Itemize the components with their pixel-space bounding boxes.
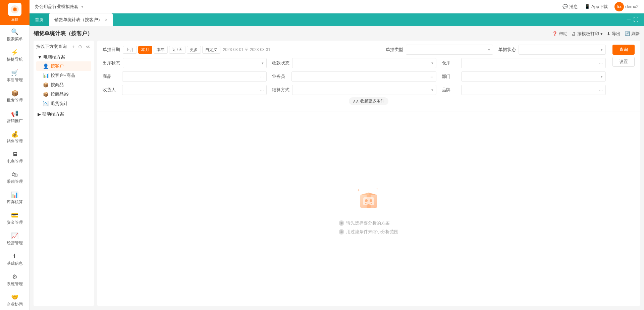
sidebar-item-sales[interactable]: 💰 销售管理 xyxy=(0,127,29,148)
sidebar-item-enterprise[interactable]: 🤝 企业协同 xyxy=(0,290,29,310)
salesperson-control[interactable]: ··· xyxy=(291,71,436,82)
empty-hint-2: ② 用过滤条件来缩小分析范围 xyxy=(339,229,398,235)
date-btn-this-year[interactable]: 本年 xyxy=(154,46,168,54)
marketing-icon: 📢 xyxy=(11,110,18,117)
ship-status-arrow-icon: ▾ xyxy=(262,61,264,65)
sidebar-item-operations[interactable]: 📈 经营管理 xyxy=(0,229,29,249)
query-button[interactable]: 查询 xyxy=(612,45,635,55)
sidebar-item-label: 电商管理 xyxy=(7,159,23,164)
sidebar-item-purchase[interactable]: 🛍 采购管理 xyxy=(0,168,29,188)
settlement-control[interactable]: ▾ xyxy=(292,85,436,95)
sidebar-item-finance[interactable]: 💳 资金管理 xyxy=(0,208,29,229)
date-btn-7days[interactable]: 近7天 xyxy=(169,46,185,54)
scheme-item-goods99[interactable]: 📦 按商品99 xyxy=(36,90,91,99)
date-btn-last-month[interactable]: 上月 xyxy=(123,46,137,54)
header-right: 💬 消息 📱 App下载 Ea demo2 xyxy=(562,2,639,11)
user-profile-btn[interactable]: Ea demo2 xyxy=(614,2,639,11)
sidebar-item-wholesale[interactable]: 📦 批发管理 xyxy=(0,86,29,107)
sidebar-item-basic[interactable]: ℹ 基础信息 xyxy=(0,249,29,270)
warehouse-label: 仓库 xyxy=(442,60,459,66)
avatar: Ea xyxy=(614,2,624,11)
filter-item-warehouse: 仓库 ··· xyxy=(442,58,606,68)
tab-close-btn[interactable]: × xyxy=(105,17,107,22)
collapse-btn[interactable]: ∧∧ 收起更多条件 xyxy=(349,97,388,105)
ship-status-control[interactable]: ▾ xyxy=(123,58,267,68)
tab-maximize-btn[interactable]: ⛶ xyxy=(632,15,640,24)
export-label: 导出 xyxy=(612,31,621,37)
sidebar-item-search[interactable]: 🔍 搜索菜单 xyxy=(0,25,29,45)
scheme-group-desktop-header[interactable]: ▼ 电脑端方案 xyxy=(36,53,91,61)
chevron-down-icon: ▼ xyxy=(38,55,42,60)
date-btn-more[interactable]: 更多 xyxy=(187,46,201,54)
print-icon: 🖨 xyxy=(572,31,576,36)
sidebar-item-ecommerce[interactable]: 🖥 电商管理 xyxy=(0,148,29,168)
scheme-item-customer-goods[interactable]: 📊 按客户+商品 xyxy=(36,71,91,80)
scheme-item-return[interactable]: 📉 退货统计 xyxy=(36,99,91,108)
svg-point-7 xyxy=(365,199,368,202)
order-type-control[interactable]: ▾ xyxy=(406,45,493,55)
sidebar-item-label: 搜索菜单 xyxy=(7,36,23,42)
sales-icon: 💰 xyxy=(11,131,18,138)
scheme-collapse-btn[interactable]: ≪ xyxy=(85,43,91,50)
app-download-btn[interactable]: 📱 App下载 xyxy=(585,4,608,10)
message-btn[interactable]: 💬 消息 xyxy=(562,4,578,10)
filter-row-date: 单据日期 上月 本月 本年 近7天 更多 自定义 xyxy=(103,45,606,55)
collapse-icon: ∧∧ xyxy=(353,99,359,104)
scheme-item-goods[interactable]: 📦 按商品 xyxy=(36,80,91,90)
collection-status-control[interactable]: ▾ xyxy=(292,58,436,68)
sidebar-item-label: 企业协同 xyxy=(7,302,23,307)
message-label: 消息 xyxy=(569,4,578,10)
tab-active-label: 销货单统计表（按客户） xyxy=(54,17,102,23)
goods-control[interactable]: ··· xyxy=(122,71,267,82)
ship-status-label: 出库状态 xyxy=(103,60,120,66)
refresh-btn[interactable]: 🔄 刷新 xyxy=(625,31,640,37)
department-control[interactable]: ▾ xyxy=(461,71,606,82)
search-icon: 🔍 xyxy=(11,28,18,36)
consignee-control[interactable]: ··· xyxy=(122,85,267,95)
salesperson-dots-icon: ··· xyxy=(430,74,433,79)
scheme-panel-title: 按以下方案查询 xyxy=(36,44,67,50)
scheme-group-desktop-label: 电脑端方案 xyxy=(43,54,65,60)
scheme-group-mobile-header[interactable]: ▶ 移动端方案 xyxy=(36,110,91,118)
template-print-btn[interactable]: 🖨 按模板打印 ▾ xyxy=(572,31,603,37)
sidebar-item-system[interactable]: ⚙ 系统管理 xyxy=(0,270,29,290)
settings-button[interactable]: 设置 xyxy=(612,57,635,67)
filter-item-settlement: 结算方式 ▾ xyxy=(272,85,436,95)
hint-num-2: ② xyxy=(339,229,344,235)
sidebar-item-marketing[interactable]: 📢 营销推广 xyxy=(0,107,29,127)
tab-minimize-btn[interactable]: ─ xyxy=(626,15,632,24)
scheme-item-customer[interactable]: 👤 按客户 xyxy=(36,61,91,71)
date-btn-custom[interactable]: 自定义 xyxy=(202,46,220,54)
filter-row-4: 收货人 ··· 结算方式 xyxy=(103,85,606,95)
dropdown-arrow-icon[interactable]: ▾ xyxy=(81,4,84,9)
sidebar-item-inventory[interactable]: 📊 库存核算 xyxy=(0,188,29,208)
tab-active[interactable]: 销货单统计表（按客户） × xyxy=(49,13,113,26)
sidebar-item-retail[interactable]: 🛒 零售管理 xyxy=(0,66,29,86)
inventory-icon: 📊 xyxy=(11,191,18,199)
collapse-row: ∧∧ 收起更多条件 xyxy=(103,95,635,107)
tab-home[interactable]: 首页 xyxy=(30,13,49,26)
content-layout: 按以下方案查询 + ⊙ ≪ ▼ 电脑端方案 👤 按客户 xyxy=(34,41,640,306)
date-btn-this-month[interactable]: 本月 xyxy=(138,46,152,54)
brand-control[interactable]: ··· xyxy=(461,85,606,95)
template-print-label: 按模板打印 xyxy=(577,31,599,37)
scheme-add-btn[interactable]: + xyxy=(71,43,75,50)
empty-hints: ① 请先选择要分析的方案 ② 用过滤条件来缩小分析范围 xyxy=(339,220,398,238)
export-btn[interactable]: ⬇ 导出 xyxy=(607,31,621,37)
svg-text:✦: ✦ xyxy=(374,206,376,209)
consignee-label: 收货人 xyxy=(103,87,119,93)
sidebar-item-shortcut[interactable]: ⚡ 快捷导航 xyxy=(0,45,29,66)
filter-item-date: 单据日期 上月 本月 本年 近7天 更多 自定义 xyxy=(103,46,380,54)
retail-icon: 🛒 xyxy=(11,69,18,76)
filter-item-consignee: 收货人 ··· xyxy=(103,85,267,95)
sidebar-item-label: 资金管理 xyxy=(7,220,23,225)
scheme-item-return-label: 退货统计 xyxy=(51,101,68,107)
order-status-control[interactable]: ▾ xyxy=(519,45,606,55)
warehouse-control[interactable]: ··· xyxy=(461,58,606,68)
scheme-refresh-btn[interactable]: ⊙ xyxy=(77,43,83,50)
department-label: 部门 xyxy=(442,73,459,80)
empty-icon: ✦ ✦ ✦ xyxy=(352,180,385,213)
page-title: 销货单统计表（按客户） xyxy=(34,30,93,37)
order-type-label: 单据类型 xyxy=(386,47,403,53)
help-btn[interactable]: ❓ 帮助 xyxy=(552,31,568,37)
